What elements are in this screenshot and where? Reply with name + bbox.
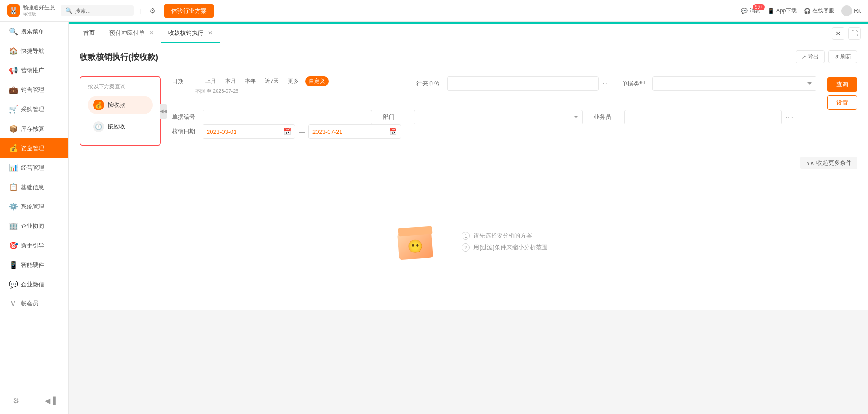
date-quick-7days[interactable]: 近7天 [262, 76, 282, 86]
tab-prepay[interactable]: 预付冲应付单 ✕ [102, 24, 161, 43]
date-quick-custom[interactable]: 自定义 [305, 76, 329, 86]
filter-staff-item: 业务员 ··· [594, 110, 794, 124]
date-quick-last-month[interactable]: 上月 [203, 76, 219, 86]
sidebar-item-label: 库存核算 [21, 125, 44, 133]
docno-input[interactable] [203, 110, 372, 124]
logo-name: 畅捷通好生意 [23, 4, 55, 10]
app-logo: 🐰 畅捷通好生意 标准版 [7, 4, 55, 17]
doctype-select[interactable] [652, 76, 816, 91]
verify-date-end-value: 2023-07-21 [312, 128, 343, 135]
online-service-btn[interactable]: 🎧 在线客服 [804, 7, 834, 14]
setting-btn[interactable]: 设置 [827, 95, 857, 110]
divider: | [139, 7, 141, 14]
industry-button[interactable]: 体验行业方案 [164, 4, 214, 18]
page-inner: 收款核销执行(按收款) ↗ 导出 ↺ 刷新 [69, 43, 868, 310]
dept-select[interactable] [414, 110, 583, 124]
filter-row-2: 单据编号 部门 业务员 [172, 110, 857, 124]
sidebar-item-label: 智能硬件 [21, 261, 44, 269]
sidebar-item-system[interactable]: ⚙️ 系统管理 [0, 197, 68, 216]
refresh-btn[interactable]: ↺ 刷新 [828, 50, 857, 63]
settings-bottom-btn[interactable]: ⚙ [9, 393, 23, 409]
tab-home[interactable]: 首页 [76, 24, 102, 43]
collapse-filter-btn[interactable]: ◀◀ [160, 104, 167, 119]
counterpart-input[interactable] [447, 76, 599, 91]
date-quick-this-month[interactable]: 本月 [222, 76, 239, 86]
tabs: 首页 预付冲应付单 ✕ 收款核销执行 ✕ [76, 24, 220, 43]
finance-icon: 💰 [9, 144, 17, 152]
more-conditions-btn[interactable]: ∧∧ 收起更多条件 [800, 157, 857, 169]
tab-receipt-close[interactable]: ✕ [208, 30, 212, 36]
sidebar-item-label: 销售管理 [21, 86, 44, 94]
app-download-label: App下载 [776, 7, 797, 14]
tab-prepay-label: 预付冲应付单 [109, 29, 145, 37]
sidebar-item-marketing[interactable]: 📢 营销推广 [0, 61, 68, 80]
message-btn[interactable]: 💬 消息 99+ [741, 7, 760, 14]
sidebar-item-member[interactable]: V 畅会员 [0, 294, 68, 313]
logo-badge: 标准版 [23, 11, 55, 17]
sidebar-item-sales[interactable]: 💼 销售管理 [0, 80, 68, 100]
sidebar-item-search-menu[interactable]: 🔍 搜索菜单 [0, 22, 68, 41]
message-badge: 99+ [753, 4, 765, 10]
sidebar-item-wechat[interactable]: 💬 企业微信 [0, 275, 68, 294]
export-btn[interactable]: ↗ 导出 [796, 50, 825, 63]
page-title: 收款核销执行(按收款) [80, 52, 158, 62]
tab-receipt[interactable]: 收款核销执行 ✕ [161, 24, 220, 43]
hint-text-2: 用[过滤]条件来缩小分析范围 [473, 243, 547, 252]
sidebar-bottom: ⚙ ◀▐ [0, 387, 68, 414]
empty-hint-1: 1 请先选择要分析的方案 [462, 232, 547, 240]
counterpart-label: 往来单位 [416, 80, 443, 88]
hardware-icon: 📱 [9, 261, 17, 269]
collapse-icon: ∧∧ [806, 160, 815, 167]
logo-text-block: 畅捷通好生意 标准版 [23, 4, 55, 17]
tab-bar: 首页 预付冲应付单 ✕ 收款核销执行 ✕ ✕ ⛶ [69, 24, 868, 43]
by-receipt-icon: 💰 [93, 100, 104, 110]
date-quick-more[interactable]: 更多 [285, 76, 302, 86]
filter-docno-item: 单据编号 [172, 110, 372, 124]
date-quick-this-year[interactable]: 本年 [242, 76, 259, 86]
filter-option-by-receipt[interactable]: 💰 按收款 [88, 96, 153, 114]
basic-info-icon: 📋 [9, 183, 17, 191]
sidebar-item-finance[interactable]: 💰 资金管理 [0, 138, 68, 158]
sidebar-item-inventory[interactable]: 📦 库存核算 [0, 119, 68, 138]
search-box[interactable]: 🔍 [61, 5, 134, 16]
docno-label: 单据编号 [172, 113, 199, 121]
sidebar-item-label: 畅会员 [21, 300, 38, 308]
sidebar-item-label: 新手引导 [21, 242, 44, 250]
sidebar-item-purchase[interactable]: 🛒 采购管理 [0, 100, 68, 119]
empty-hint-2: 2 用[过滤]条件来缩小分析范围 [462, 243, 547, 252]
sidebar-item-label: 企业协同 [21, 222, 44, 230]
sidebar-item-hardware[interactable]: 📱 智能硬件 [0, 255, 68, 275]
sidebar-item-guide[interactable]: 🎯 新手引导 [0, 236, 68, 255]
export-icon: ↗ [802, 54, 806, 60]
sidebar-item-basic-info[interactable]: 📋 基础信息 [0, 177, 68, 197]
user-area[interactable]: Rit [841, 5, 861, 16]
hint-text-1: 请先选择要分析的方案 [473, 232, 532, 240]
filter-option-by-receivable-label: 按应收 [108, 123, 125, 131]
filter-option-by-receivable[interactable]: 🕐 按应收 [88, 118, 153, 136]
tab-prepay-close[interactable]: ✕ [149, 30, 154, 36]
hint-num-1: 1 [462, 232, 470, 240]
sidebar-item-label: 采购管理 [21, 105, 44, 114]
gear-button[interactable]: ⚙ [146, 5, 159, 17]
date-hint: 不限 至 2023-07-26 [172, 88, 238, 95]
search-input[interactable] [75, 8, 129, 14]
verify-date-range: 2023-03-01 📅 — 2023-07-21 📅 [203, 124, 401, 139]
collapse-sidebar-btn[interactable]: ◀▐ [41, 393, 59, 409]
query-btn[interactable]: 查询 [827, 77, 857, 92]
user-name: Rit [854, 8, 861, 14]
sidebar-item-quick-nav[interactable]: 🏠 快捷导航 [0, 41, 68, 61]
verify-date-start-input[interactable]: 2023-03-01 📅 [203, 124, 295, 139]
sidebar-item-operations[interactable]: 📊 经营管理 [0, 158, 68, 177]
staff-input[interactable] [624, 110, 781, 124]
app-download-btn[interactable]: 📱 App下载 [768, 7, 797, 14]
search-menu-icon: 🔍 [9, 27, 17, 36]
expand-btn[interactable]: ⛶ [848, 27, 861, 40]
verify-date-end-input[interactable]: 2023-07-21 📅 [308, 124, 401, 139]
sidebar-item-label: 资金管理 [21, 144, 44, 152]
close-tab-btn[interactable]: ✕ [832, 27, 844, 40]
filter-row-3: 核销日期 2023-03-01 📅 — 2023-07-21 [172, 124, 857, 139]
sidebar-item-label: 经营管理 [21, 164, 44, 172]
filter-form: 日期 上月 本月 本年 近7天 更多 自定义 [172, 76, 857, 146]
tab-home-label: 首页 [83, 29, 95, 37]
sidebar-item-enterprise[interactable]: 🏢 企业协同 [0, 216, 68, 236]
